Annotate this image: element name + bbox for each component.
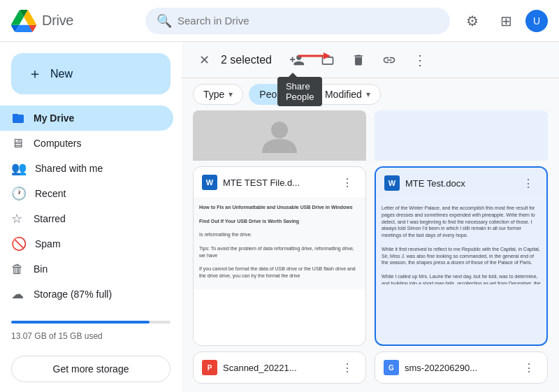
red-arrow-icon: [297, 49, 331, 63]
header-icons: ⚙ ⊞ U: [458, 7, 548, 35]
bin-icon: 🗑: [11, 262, 25, 277]
file-card-header-1: W MTE TEST File.d... ⋮: [194, 167, 365, 198]
user-avatar[interactable]: U: [525, 10, 548, 32]
files-grid: W MTE TEST File.d... ⋮ How to Fix an Unf…: [182, 161, 559, 351]
file-menu-button-1[interactable]: ⋮: [337, 173, 357, 192]
modified-filter-button[interactable]: Modified ▾: [314, 84, 381, 105]
get-storage-button[interactable]: Get more storage: [11, 356, 170, 382]
sidebar-item-storage-label: Storage (87% full): [34, 289, 112, 300]
top-preview-strip: [182, 110, 559, 161]
share-people-container: Share People: [283, 46, 311, 74]
toolbar-actions: Share People: [283, 46, 434, 74]
file-card-mte-test-file[interactable]: W MTE TEST File.d... ⋮ How to Fix an Unf…: [193, 166, 366, 346]
toolbar-left: ✕ 2 selected: [193, 49, 272, 71]
file-menu-button-2[interactable]: ⋮: [518, 173, 538, 193]
search-bar[interactable]: 🔍: [145, 8, 450, 34]
sidebar-item-recent[interactable]: 🕐 Recent: [0, 181, 173, 206]
file-preview-text-1: How to Fix an Unformattable and Unusable…: [199, 204, 360, 284]
sidebar-item-computers[interactable]: 🖥 Computers: [0, 131, 173, 156]
app-header: Drive 🔍 ⚙ ⊞ U: [0, 0, 559, 42]
type-filter-button[interactable]: Type ▾: [193, 84, 243, 105]
type-chevron-icon: ▾: [228, 89, 233, 99]
type-filter-label: Type: [203, 89, 224, 100]
top-preview-right: [375, 110, 548, 161]
sidebar-item-recent-label: Recent: [35, 188, 66, 199]
sidebar-item-starred[interactable]: ☆ Starred: [0, 206, 173, 231]
sidebar-item-my-drive-label: My Drive: [34, 112, 74, 124]
svg-rect-1: [13, 114, 18, 116]
modified-chevron-icon: ▾: [366, 89, 370, 99]
link-icon: [382, 53, 396, 67]
people-filter-label: People: [259, 89, 290, 100]
plus-icon: ＋: [28, 64, 42, 83]
filter-bar: Type ▾ People ▾ Modified ▾: [182, 78, 559, 110]
file-card-sms[interactable]: G sms-202206290... ⋮: [375, 351, 548, 384]
grid-view-btn[interactable]: ⊞: [492, 7, 520, 35]
pdf-icon-1: P: [202, 360, 217, 375]
sidebar-item-spam[interactable]: 🚫 Spam: [0, 231, 173, 256]
sidebar-item-my-drive[interactable]: My Drive: [0, 106, 173, 131]
new-button[interactable]: ＋ New: [11, 53, 170, 94]
sidebar-item-starred-label: Starred: [34, 213, 66, 224]
word-icon-2: W: [384, 175, 400, 191]
file-preview-1: How to Fix an Unformattable and Unusable…: [194, 198, 365, 289]
selected-count-text: 2 selected: [221, 54, 272, 66]
file-card-mte-test-docx[interactable]: W MTE Test.docx ⋮ Letter of the Winter P…: [375, 166, 548, 346]
spam-icon: 🚫: [11, 236, 27, 252]
sidebar-item-shared-with-me[interactable]: 👥 Shared with me: [0, 156, 173, 181]
my-drive-icon: [11, 111, 25, 125]
link-button[interactable]: [375, 46, 403, 74]
search-icon: 🔍: [157, 13, 172, 29]
toolbar: ✕ 2 selected Share People: [182, 42, 559, 78]
more-options-button[interactable]: ⋮: [406, 46, 434, 74]
file-small-menu-button-1[interactable]: ⋮: [337, 358, 357, 377]
sidebar-item-bin[interactable]: 🗑 Bin: [0, 256, 173, 282]
content-area: ✕ 2 selected Share People: [182, 42, 559, 392]
shared-with-me-icon: 👥: [11, 161, 27, 176]
recent-icon: 🕐: [11, 186, 27, 201]
logo-area: Drive: [11, 8, 137, 34]
sidebar-item-storage[interactable]: ☁ Storage (87% full): [0, 282, 173, 307]
word-icon-1: W: [202, 175, 217, 190]
svg-marker-3: [324, 52, 331, 59]
sidebar: ＋ New My Drive 🖥 Computers 👥 Shared with…: [0, 42, 182, 392]
people-filter-button[interactable]: People ▾: [249, 84, 309, 105]
sidebar-item-spam-label: Spam: [35, 238, 61, 249]
storage-bar-fill: [11, 321, 150, 324]
deselect-button[interactable]: ✕: [193, 49, 215, 71]
app-title: Drive: [42, 13, 73, 29]
settings-icon-btn[interactable]: ⚙: [458, 7, 486, 35]
delete-button[interactable]: [344, 46, 372, 74]
file-name-2: MTE Test.docx: [405, 178, 513, 189]
person-silhouette-area: [259, 115, 300, 157]
file-card-header-2: W MTE Test.docx ⋮: [376, 168, 546, 199]
top-preview-left: [193, 110, 366, 161]
main-layout: ＋ New My Drive 🖥 Computers 👥 Shared with…: [0, 42, 559, 392]
file-card-scanned[interactable]: P Scanned_20221... ⋮: [193, 351, 366, 384]
storage-usage-text: 13.07 GB of 15 GB used: [11, 331, 103, 341]
red-arrow-indicator: [297, 49, 331, 63]
people-chevron-icon: ▾: [294, 89, 298, 99]
starred-icon: ☆: [11, 211, 25, 226]
svg-point-4: [271, 122, 288, 138]
modified-filter-label: Modified: [325, 89, 362, 100]
sidebar-item-shared-label: Shared with me: [35, 163, 103, 174]
computers-icon: 🖥: [11, 136, 25, 151]
sidebar-item-bin-label: Bin: [34, 263, 48, 275]
file-small-name-sms: sms-202206290...: [405, 363, 514, 373]
file-preview-2: Letter of the Winter Palace, and the acc…: [376, 199, 546, 290]
trash-icon: [351, 53, 365, 67]
storage-icon: ☁: [11, 286, 25, 302]
file-preview-text-2: Letter of the Winter Palace, and the acc…: [382, 205, 541, 284]
person-silhouette-icon: [259, 115, 300, 157]
sidebar-item-computers-label: Computers: [34, 138, 81, 149]
file-small-name-scanned: Scanned_20221...: [223, 363, 332, 373]
search-input[interactable]: [177, 15, 439, 27]
file-small-menu-button-2[interactable]: ⋮: [519, 358, 539, 377]
storage-bar-background: [11, 321, 170, 324]
new-button-label: New: [50, 68, 73, 80]
storage-section: 13.07 GB of 15 GB used: [0, 307, 182, 350]
files-grid-bottom: P Scanned_20221... ⋮ G sms-202206290... …: [182, 351, 559, 392]
doc-icon-1: G: [384, 360, 399, 375]
file-name-1: MTE TEST File.d...: [223, 177, 332, 188]
